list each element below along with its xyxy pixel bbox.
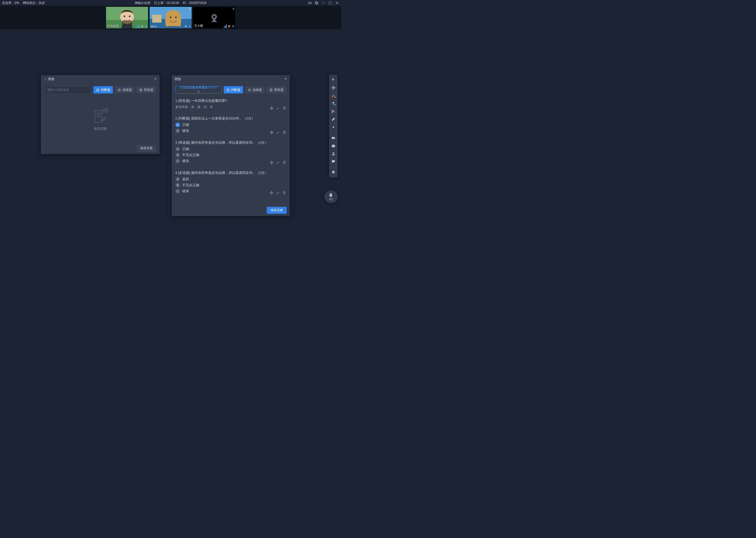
edit-question-icon[interactable] — [276, 191, 280, 195]
svg-point-18 — [175, 17, 177, 18]
maximize-icon[interactable] — [328, 1, 332, 5]
minimize-icon[interactable] — [321, 1, 325, 5]
question-option[interactable]: C错译 — [175, 189, 286, 193]
panel-title: 测验 — [48, 77, 154, 81]
svg-point-1 — [316, 2, 317, 3]
option-letter: C — [175, 189, 180, 193]
toolbox-tool-icon[interactable] — [330, 142, 337, 149]
svg-point-50 — [333, 152, 334, 154]
svg-rect-25 — [212, 21, 217, 22]
question-option[interactable]: C错误 — [175, 159, 286, 163]
video-strip: 叮当老师 × Nina × 王小明 — [0, 6, 341, 29]
move-question-icon[interactable] — [270, 106, 273, 111]
delete-question-icon[interactable] — [282, 106, 286, 111]
tile-close-icon[interactable]: × — [189, 7, 191, 11]
quiz-panel-empty: 测验 ✕ 判断题 选择题 简答题 暂无试题 保存试卷 — [41, 75, 160, 154]
add-judge-button[interactable]: 判断题 — [93, 86, 113, 93]
move-question-icon[interactable] — [270, 161, 273, 165]
pointer-tool-icon[interactable] — [330, 76, 337, 83]
back-icon[interactable] — [44, 78, 47, 81]
course-title: 神秘大自然 — [135, 1, 150, 5]
question-option[interactable]: B错误 — [175, 129, 286, 133]
add-choice-button[interactable]: 选择题 — [115, 86, 134, 93]
video-name: 王小明 — [194, 24, 203, 28]
option-letter: A — [175, 146, 180, 151]
question-list: 1 [简答题] 一年四季分别是哪四季?参考答案：春、夏、秋、冬 2 [判断题] … — [175, 96, 286, 198]
pen-tool-icon[interactable] — [330, 92, 337, 99]
network-status: 网络状态：良好 — [23, 1, 45, 5]
video-tile-teacher[interactable]: 叮当老师 — [106, 7, 148, 28]
settings-icon[interactable] — [314, 1, 319, 5]
text-tool-icon[interactable] — [330, 100, 337, 107]
option-text: 不完全正确 — [182, 183, 199, 188]
folder-tool-icon[interactable] — [330, 134, 337, 141]
svg-point-40 — [106, 110, 107, 110]
mic-icon — [144, 25, 148, 28]
tile-close-icon[interactable]: × — [233, 7, 234, 11]
camera-icon — [141, 25, 144, 28]
edit-question-icon[interactable] — [276, 131, 280, 135]
raise-hand-badge[interactable]: 0/2 — [324, 190, 338, 203]
save-quiz-button[interactable]: 保存试卷 — [267, 207, 287, 214]
eraser-tool-icon[interactable] — [330, 116, 337, 123]
question-header: 2 [判断题] 我国宪法上一次更新是在2020年。（2分） — [175, 116, 286, 121]
quiz-panel-filled: 测验 ✕ 产品说试卷名称最多十六个字 判断题 选择题 简答题 1 [简答题] 一… — [172, 75, 290, 216]
scissors-tool-icon[interactable] — [330, 108, 337, 115]
svg-point-11 — [142, 26, 143, 27]
option-letter: A — [175, 123, 180, 127]
move-question-icon[interactable] — [270, 191, 273, 195]
save-quiz-button[interactable]: 保存试卷 — [136, 145, 157, 152]
add-short-button[interactable]: 简答题 — [267, 86, 286, 93]
add-choice-button[interactable]: 选择题 — [245, 86, 264, 93]
users-tool-icon[interactable] — [330, 150, 337, 157]
question-option[interactable]: B不完全正确 — [175, 183, 286, 188]
camera-icon — [184, 25, 187, 28]
delete-question-icon[interactable] — [282, 161, 286, 165]
svg-point-42 — [248, 89, 251, 91]
quiz-name-input[interactable] — [45, 86, 91, 93]
move-question-icon[interactable] — [270, 131, 273, 135]
edit-question-icon[interactable] — [276, 161, 280, 165]
option-text: 错误 — [182, 159, 189, 163]
panel-close-icon[interactable]: ✕ — [154, 77, 157, 81]
panel-close-icon[interactable]: ✕ — [284, 77, 287, 81]
laser-tool-icon[interactable] — [330, 124, 337, 131]
question-option[interactable]: A正确 — [175, 146, 286, 151]
video-name: 叮当老师 — [107, 24, 118, 28]
camera-toggle-icon[interactable] — [307, 1, 312, 5]
quiz-name-display[interactable]: 产品说试卷名称最多十六个字 — [175, 86, 221, 93]
option-letter: A — [175, 177, 180, 182]
svg-rect-12 — [146, 25, 147, 27]
option-text: 是的 — [182, 177, 189, 182]
svg-point-38 — [104, 110, 104, 110]
video-tile-student[interactable]: × Nina — [150, 7, 192, 28]
question-actions — [270, 131, 286, 135]
video-tile-student[interactable]: × 王小明 — [193, 7, 235, 28]
tool-palette — [329, 75, 338, 178]
question-actions — [270, 161, 286, 165]
delete-question-icon[interactable] — [282, 191, 286, 195]
option-text: 正确 — [182, 147, 189, 151]
option-text: 错误 — [182, 129, 189, 133]
session-id: ID：2020070324 — [183, 1, 207, 5]
video-name: Nina — [151, 25, 157, 28]
edit-question-icon[interactable] — [276, 106, 280, 111]
close-window-icon[interactable] — [335, 1, 339, 5]
move-tool-icon[interactable] — [330, 84, 337, 91]
question-option[interactable]: A正确 — [175, 123, 286, 127]
add-judge-button[interactable]: 判断题 — [224, 86, 243, 93]
option-letter: B — [175, 183, 180, 188]
svg-rect-49 — [332, 145, 335, 147]
chat-tool-icon[interactable] — [330, 158, 337, 165]
delete-question-icon[interactable] — [282, 131, 286, 135]
camera-muted-icon — [228, 25, 231, 28]
hand-icon — [329, 193, 333, 197]
question-option[interactable]: A是的 — [175, 177, 286, 182]
bell-tool-icon[interactable] — [330, 169, 337, 176]
add-short-button[interactable]: 简答题 — [136, 86, 156, 93]
svg-point-30 — [118, 89, 120, 91]
svg-point-23 — [213, 16, 215, 18]
empty-state: 暂无试题 — [45, 96, 156, 141]
top-bar: 丢包率：0% 网络状态：良好 神秘大自然 已上课：02:34:09 ID：202… — [0, 0, 341, 6]
question-option[interactable]: B不完全正确 — [175, 153, 286, 157]
